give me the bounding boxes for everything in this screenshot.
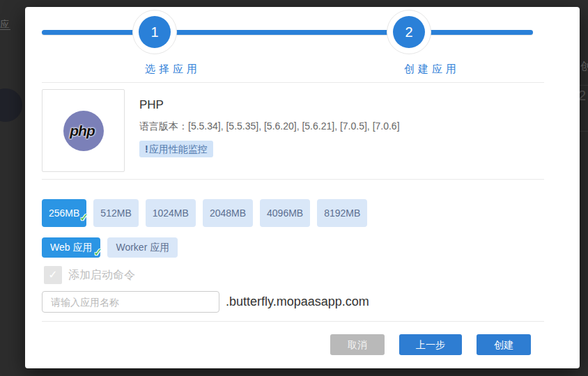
create-app-dialog: 1 2 选择应用 创建应用 php PHP 语言版本：[5.5.34], [5.… (25, 7, 580, 368)
cancel-button[interactable]: 取消 (330, 334, 385, 355)
app-language-versions: 语言版本：[5.5.34], [5.5.35], [5.6.20], [5.6.… (139, 120, 400, 133)
memory-option-label: 2048MB (210, 207, 246, 219)
step-2-circle[interactable]: 2 (387, 10, 431, 54)
step-1-circle[interactable]: 1 (132, 10, 177, 54)
app-type-option-worker[interactable]: Worker 应用 (107, 237, 178, 258)
step-2-number: 2 (393, 16, 425, 48)
app-type-option-web[interactable]: Web 应用 ✓ (42, 237, 100, 258)
app-type-options-row: Web 应用 ✓ Worker 应用 (42, 237, 178, 258)
memory-option-label: 4096MB (267, 207, 303, 219)
memory-option-label: 8192MB (324, 207, 360, 219)
previous-step-button[interactable]: 上一步 (399, 334, 462, 355)
domain-suffix: .butterfly.mopaasapp.com (226, 295, 369, 309)
memory-option-512mb[interactable]: 512MB (93, 199, 138, 227)
divider (42, 321, 544, 322)
php-logo-text: php (70, 123, 96, 139)
create-button[interactable]: 创建 (477, 334, 531, 355)
selected-app-card: php (42, 89, 125, 172)
stepper-progress-bar (42, 30, 533, 35)
apm-badge[interactable]: !应用性能监控 (139, 141, 213, 157)
app-name-row: .butterfly.mopaasapp.com (42, 291, 369, 313)
selected-check-icon: ✓ (79, 204, 88, 232)
background-logo-circle (0, 88, 22, 122)
step-1-number: 1 (139, 16, 171, 48)
app-name-input[interactable] (42, 291, 219, 313)
startup-command-row: ✓ 添加启动命令 (44, 266, 135, 284)
dialog-footer: 取消 上一步 创建 (42, 334, 531, 355)
memory-option-256mb[interactable]: 256MB ✓ (42, 199, 86, 227)
background-divider (579, 85, 588, 86)
checkbox-check-icon: ✓ (48, 269, 57, 281)
app-type-label: Web 应用 (50, 242, 92, 253)
background-text-fragment: 创 (580, 60, 588, 73)
startup-command-label: 添加启动命令 (68, 268, 135, 283)
memory-option-label: 256MB (49, 207, 79, 219)
php-logo-icon: php (63, 111, 104, 151)
memory-option-8192mb[interactable]: 8192MB (317, 199, 367, 227)
memory-option-4096mb[interactable]: 4096MB (260, 199, 310, 227)
background-partial-link: 应用 (0, 18, 10, 30)
app-type-label: Worker 应用 (116, 242, 169, 253)
step-1-label: 选择应用 (124, 63, 222, 76)
divider (42, 82, 544, 83)
startup-command-checkbox[interactable]: ✓ (44, 266, 62, 284)
divider (42, 179, 544, 180)
app-name: PHP (139, 98, 164, 112)
memory-option-label: 1024MB (153, 207, 189, 219)
memory-option-label: 512MB (100, 207, 131, 219)
background-divider (579, 131, 588, 132)
apm-badge-label: 应用性能监控 (149, 143, 208, 155)
memory-options-row: 256MB ✓ 512MB 1024MB 2048MB 4096MB 8192M… (42, 199, 367, 227)
memory-option-2048mb[interactable]: 2048MB (203, 199, 253, 227)
step-2-label: 创建应用 (383, 63, 481, 76)
apm-badge-icon: ! (145, 143, 148, 155)
selected-check-icon: ✓ (93, 242, 102, 263)
memory-option-1024mb[interactable]: 1024MB (146, 199, 196, 227)
